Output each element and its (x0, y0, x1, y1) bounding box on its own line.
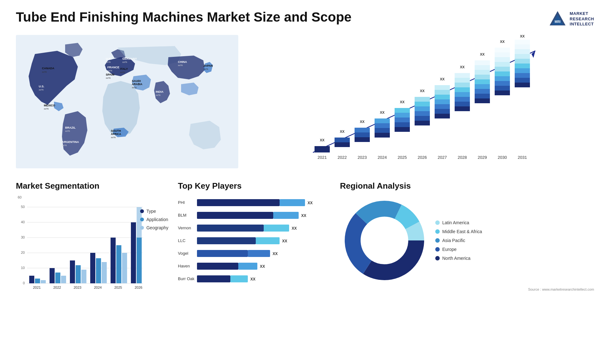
app-color (140, 218, 144, 221)
svg-text:SAUDI: SAUDI (132, 79, 141, 83)
key-players-title: Top Key Players (178, 181, 330, 191)
svg-rect-164 (197, 199, 280, 206)
chart-section: XX XX XX XX (248, 35, 594, 168)
segmentation-title: Market Segmentation (16, 181, 168, 191)
legend-north-america: North America (435, 256, 482, 261)
players-svg: PHI XX BLM XX Vernon XX LLC (178, 196, 318, 285)
legend-europe: Europe (435, 247, 482, 252)
svg-rect-70 (435, 90, 450, 95)
svg-rect-153 (131, 222, 136, 283)
svg-text:Haven: Haven (178, 264, 190, 268)
svg-rect-45 (355, 128, 370, 132)
svg-rect-101 (495, 48, 510, 52)
svg-rect-60 (415, 111, 430, 116)
svg-text:50: 50 (21, 205, 25, 209)
svg-text:XX: XX (420, 89, 425, 93)
donut-container: Latin America Middle East & Africa Asia … (340, 196, 594, 285)
svg-text:XX: XX (308, 201, 313, 205)
svg-rect-76 (455, 92, 470, 97)
svg-text:XX: XX (480, 52, 485, 56)
svg-text:2027: 2027 (438, 155, 447, 160)
svg-text:XX: XX (460, 65, 465, 69)
svg-text:U.S.: U.S. (39, 85, 44, 88)
svg-rect-143 (61, 276, 66, 283)
seg-type-label: Type (146, 209, 156, 214)
growth-chart-svg: XX XX XX XX (248, 35, 594, 168)
svg-text:JAPAN: JAPAN (203, 64, 213, 67)
svg-text:AFRICA: AFRICA (111, 132, 121, 136)
seg-chart-svg: 0 10 20 30 40 50 60 (16, 196, 149, 291)
svg-rect-165 (280, 199, 305, 206)
svg-text:xx%: xx% (39, 88, 44, 91)
svg-text:XX: XX (360, 120, 365, 124)
svg-text:xx%: xx% (120, 71, 125, 74)
svg-text:XX: XX (292, 226, 297, 231)
svg-rect-145 (76, 265, 81, 283)
svg-text:XX: XX (500, 40, 505, 44)
svg-rect-104 (515, 78, 530, 83)
svg-text:XX: XX (400, 100, 405, 104)
seg-chart-container: 0 10 20 30 40 50 60 (16, 196, 168, 298)
svg-text:MRI: MRI (555, 20, 561, 24)
svg-rect-84 (475, 89, 490, 94)
regional-section: Regional Analysis (340, 181, 594, 291)
svg-rect-73 (455, 106, 470, 111)
svg-rect-47 (375, 133, 390, 138)
svg-rect-173 (264, 225, 289, 232)
seg-legend-geography: Geography (140, 225, 168, 230)
svg-rect-85 (475, 84, 490, 89)
svg-text:xx%: xx% (122, 61, 127, 64)
page-title: Tube End Finishing Machines Market Size … (16, 10, 351, 25)
svg-rect-139 (35, 279, 40, 283)
svg-rect-78 (455, 83, 470, 87)
svg-rect-83 (475, 94, 490, 98)
svg-rect-181 (248, 250, 270, 257)
svg-rect-38 (315, 146, 330, 152)
svg-text:Vogel: Vogel (178, 251, 188, 256)
svg-text:XX: XX (250, 277, 255, 281)
svg-rect-184 (197, 263, 238, 270)
svg-rect-66 (435, 109, 450, 114)
svg-text:2024: 2024 (94, 286, 102, 289)
svg-text:MEXICO: MEXICO (44, 104, 55, 107)
svg-text:XX: XX (320, 138, 325, 142)
svg-rect-103 (515, 83, 530, 87)
svg-rect-63 (415, 97, 430, 102)
type-color (140, 209, 144, 213)
svg-rect-152 (122, 253, 127, 283)
seg-legend: Type Application Geography (140, 209, 168, 230)
svg-text:2028: 2028 (458, 155, 467, 160)
svg-text:2024: 2024 (378, 155, 387, 160)
svg-rect-53 (395, 122, 410, 127)
top-section: CANADA xx% U.S. xx% MEXICO xx% BRAZIL xx… (16, 35, 594, 168)
svg-text:30: 30 (21, 235, 25, 239)
svg-text:xx%: xx% (65, 130, 70, 132)
svg-text:xx%: xx% (62, 144, 67, 147)
svg-rect-69 (435, 95, 450, 99)
svg-rect-50 (375, 118, 390, 123)
svg-rect-109 (515, 54, 530, 59)
svg-rect-89 (475, 65, 490, 70)
svg-text:BLM: BLM (178, 213, 186, 218)
key-players-section: Top Key Players PHI XX BLM XX Vernon (178, 181, 330, 286)
svg-rect-79 (455, 78, 470, 83)
svg-rect-96 (495, 71, 510, 76)
svg-rect-74 (455, 102, 470, 106)
svg-text:XX: XX (273, 252, 278, 256)
svg-rect-41 (335, 138, 350, 142)
svg-rect-62 (415, 102, 430, 106)
svg-text:xx%: xx% (156, 94, 160, 97)
svg-text:ARGENTINA: ARGENTINA (62, 140, 79, 144)
svg-text:2031: 2031 (518, 155, 527, 160)
svg-text:XX: XX (301, 213, 306, 218)
svg-rect-147 (90, 253, 95, 283)
logo-icon: MRI (548, 10, 567, 29)
svg-rect-148 (96, 258, 101, 283)
svg-text:10: 10 (21, 266, 25, 270)
donut-svg (340, 196, 429, 285)
page-container: Tube End Finishing Machines Market Size … (0, 0, 610, 364)
svg-rect-88 (475, 70, 490, 75)
svg-rect-168 (197, 212, 273, 219)
svg-rect-146 (81, 270, 86, 283)
svg-rect-189 (230, 275, 248, 282)
